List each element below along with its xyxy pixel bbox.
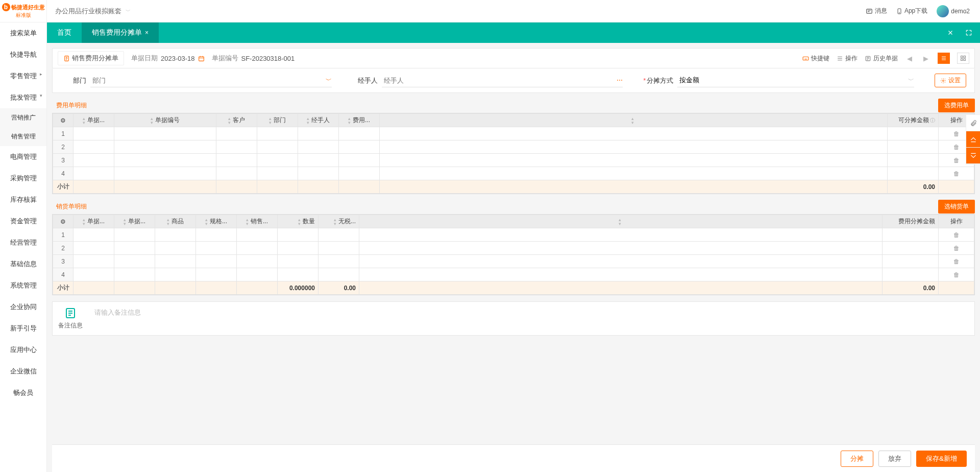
table-row[interactable]: 2🗑	[53, 140, 974, 154]
col-customer[interactable]: ▴▾客户	[216, 114, 257, 127]
sales-section-head: 销货单明细 选销货单	[52, 199, 975, 214]
sidebar-item-retail[interactable]: 零售管理	[0, 65, 46, 87]
delete-icon[interactable]: 🗑	[953, 271, 960, 278]
col-alloc-amount[interactable]: 费用分摊金额	[883, 215, 939, 228]
table-row[interactable]: 1🗑	[53, 127, 974, 140]
doc-date-label: 单据日期	[131, 54, 158, 63]
tab-home[interactable]: 首页	[47, 22, 82, 43]
sales-section-title: 销货单明细	[52, 199, 91, 214]
col-qty[interactable]: ▴▾数量	[278, 215, 318, 228]
sidebar-item-quicknav[interactable]: 快捷导航	[0, 44, 46, 65]
col-notax[interactable]: ▴▾无税...	[318, 215, 359, 228]
prev-doc-button[interactable]: ◀	[905, 55, 914, 62]
delete-icon[interactable]: 🗑	[953, 130, 960, 137]
select-sales-button[interactable]: 选销货单	[938, 200, 975, 214]
doc-no-value: SF-20230318-001	[241, 55, 295, 62]
delete-icon[interactable]: 🗑	[953, 245, 960, 252]
sidebar-item-basic[interactable]: 基础信息	[0, 253, 46, 275]
delete-icon[interactable]: 🗑	[953, 231, 960, 239]
select-expense-button[interactable]: 选费用单	[938, 99, 975, 112]
logo: b畅捷通好生意 标准版	[0, 0, 47, 22]
app-download-link[interactable]: App下载	[896, 7, 927, 15]
col-handler[interactable]: ▴▾经手人	[298, 114, 339, 127]
right-rail	[966, 114, 980, 164]
history-link[interactable]: 历史单据	[865, 54, 898, 63]
svg-point-2	[899, 12, 899, 13]
allocate-button[interactable]: 分摊	[841, 451, 873, 467]
operation-link[interactable]: 操作	[837, 54, 857, 63]
tab-sales-expense-allocation[interactable]: 销售费用分摊单 ×	[82, 22, 159, 43]
remark-input[interactable]	[88, 302, 974, 335]
save-new-button[interactable]: 保存&新增	[916, 451, 967, 467]
settings-button[interactable]: 设置	[935, 74, 966, 87]
gear-icon[interactable]: ⚙	[53, 114, 74, 127]
sidebar-item-search[interactable]: 搜索菜单	[0, 22, 46, 44]
sidebar-item-member[interactable]: 畅会员	[0, 382, 46, 404]
sidebar-item-ecommerce[interactable]: 电商管理	[0, 146, 46, 168]
shortcut-link[interactable]: 快捷键	[802, 54, 829, 63]
gear-icon[interactable]: ⚙	[53, 215, 74, 228]
org-selector[interactable]: 办公用品行业模拟账套 ﹀	[55, 7, 131, 16]
col-doc-no[interactable]: ▴▾单据编号	[114, 114, 216, 127]
next-doc-button[interactable]: ▶	[921, 55, 930, 62]
svg-rect-7	[961, 56, 963, 58]
doc-date-value[interactable]: 2023-03-18	[161, 55, 195, 62]
tab-bar: 首页 销售费用分摊单 ×	[47, 22, 980, 43]
sidebar-item-purchase[interactable]: 采购管理	[0, 168, 46, 189]
handler-input[interactable]	[382, 74, 617, 87]
view-card-button[interactable]	[957, 53, 969, 64]
sidebar-item-operation[interactable]: 经营管理	[0, 232, 46, 253]
table-row[interactable]: 4🗑	[53, 167, 974, 180]
messages-link[interactable]: 消息	[866, 7, 887, 15]
tab-close-all-button[interactable]	[943, 26, 958, 40]
col-dept[interactable]: ▴▾部门	[257, 114, 298, 127]
col-sale[interactable]: ▴▾销售...	[237, 215, 278, 228]
delete-icon[interactable]: 🗑	[953, 258, 960, 265]
col-expense[interactable]: ▴▾费用...	[339, 114, 380, 127]
edition-text: 标准版	[16, 12, 31, 19]
delete-icon[interactable]: 🗑	[953, 144, 960, 151]
table-row[interactable]: 3🗑	[53, 255, 974, 268]
messages-label: 消息	[875, 7, 887, 15]
discard-button[interactable]: 放弃	[878, 451, 911, 467]
sidebar-item-system[interactable]: 系统管理	[0, 275, 46, 296]
fullscreen-button[interactable]	[962, 26, 976, 40]
sidebar-item-finance[interactable]: 资金管理	[0, 210, 46, 232]
view-list-button[interactable]	[938, 53, 950, 64]
sidebar-item-wechat[interactable]: 企业微信	[0, 361, 46, 382]
sidebar-item-inventory[interactable]: 库存核算	[0, 189, 46, 210]
avatar-icon	[937, 5, 949, 17]
table-row[interactable]: 2🗑	[53, 242, 974, 255]
sidebar-item-guide[interactable]: 新手引导	[0, 318, 46, 339]
close-icon[interactable]: ×	[145, 29, 149, 36]
table-row[interactable]: 4🗑	[53, 268, 974, 281]
user-menu[interactable]: demo2	[937, 5, 970, 17]
sidebar-item-wholesale[interactable]: 批发管理	[0, 87, 46, 108]
sidebar-item-appcenter[interactable]: 应用中心	[0, 339, 46, 361]
sidebar-sub-sales[interactable]: 销售管理	[0, 127, 46, 146]
user-name: demo2	[951, 8, 970, 15]
attachment-button[interactable]	[966, 115, 980, 131]
chevron-down-icon[interactable]: ﹀	[326, 76, 332, 85]
chevron-down-icon: ﹀	[126, 8, 131, 15]
table-row[interactable]: 1🗑	[53, 228, 974, 242]
delete-icon[interactable]: 🗑	[953, 157, 960, 164]
expand-top-button[interactable]	[966, 131, 980, 148]
sidebar-sub-marketing[interactable]: 营销推广	[0, 108, 46, 127]
col-doc-date[interactable]: ▴▾单据...	[74, 114, 114, 127]
calendar-icon[interactable]	[198, 55, 205, 62]
chevron-down-icon[interactable]: ﹀	[908, 76, 914, 85]
help-icon[interactable]: ⓘ	[930, 117, 935, 123]
table-row[interactable]: 3🗑	[53, 154, 974, 167]
method-input[interactable]	[677, 74, 908, 87]
more-icon[interactable]: ⋯	[617, 77, 623, 84]
delete-icon[interactable]: 🗑	[953, 170, 960, 177]
expand-bottom-button[interactable]	[966, 148, 980, 164]
col-allocatable[interactable]: 可分摊金额ⓘ	[888, 114, 939, 127]
col-spec[interactable]: ▴▾规格...	[196, 215, 237, 228]
col-s-date[interactable]: ▴▾单据...	[74, 215, 114, 228]
col-product[interactable]: ▴▾商品	[155, 215, 196, 228]
sidebar-item-collab[interactable]: 企业协同	[0, 296, 46, 318]
dept-input[interactable]	[90, 74, 326, 87]
col-s-no[interactable]: ▴▾单据...	[114, 215, 155, 228]
